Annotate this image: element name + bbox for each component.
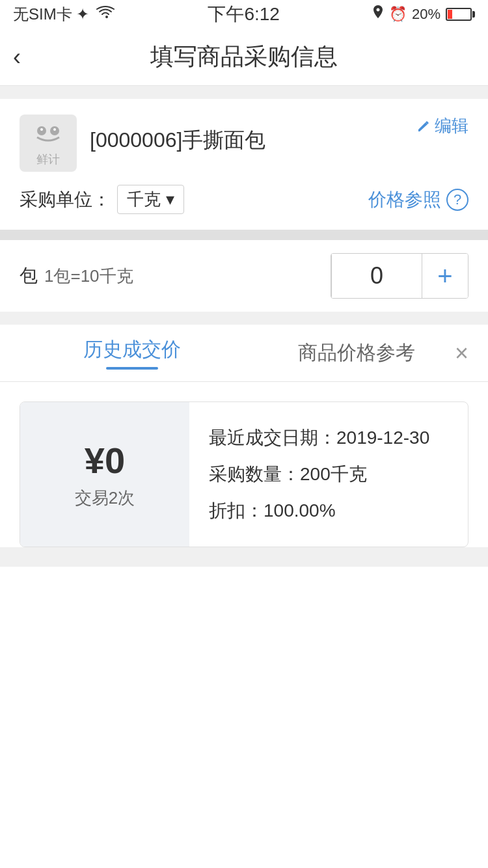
price-reference-button[interactable]: 价格参照 ? (368, 187, 468, 212)
wifi-icon (96, 5, 115, 23)
recent-date-line: 最近成交日期：2019-12-30 (209, 426, 448, 450)
recent-date-value: 2019-12-30 (336, 427, 429, 448)
page-title: 填写商品采购信息 (150, 41, 338, 73)
svg-point-3 (53, 128, 56, 131)
history-card: ¥0 交易2次 最近成交日期：2019-12-30 采购数量：200千克 折扣：… (20, 401, 468, 547)
panel-close-button[interactable]: × (455, 340, 468, 367)
status-time: 下午6:12 (208, 2, 280, 27)
unit-description: 包 1包=10千克 (20, 264, 133, 288)
quantity-input[interactable] (331, 254, 422, 298)
product-name: [0000006]手撕面包 (90, 126, 265, 155)
bottom-whitespace (0, 567, 488, 868)
purchase-unit-row: 采购单位： 千克 ▾ 价格参照 ? (20, 185, 468, 214)
back-icon: ‹ (13, 44, 21, 71)
discount-line: 折扣：100.00% (209, 498, 448, 523)
back-button[interactable]: ‹ (13, 44, 21, 71)
nav-bar: ‹ 填写商品采购信息 (0, 29, 488, 86)
edit-label: 编辑 (435, 115, 468, 137)
purchase-qty-line: 采购数量：200千克 (209, 462, 448, 487)
carrier-label: 无SIM卡 ✦ (13, 4, 89, 25)
purchase-qty-value: 200千克 (300, 464, 367, 484)
trade-count: 交易2次 (75, 487, 135, 509)
history-price-value: ¥0 (85, 439, 125, 481)
purchase-qty-label: 采购数量： (209, 464, 300, 484)
quantity-row: 包 1包=10千克 + (0, 240, 488, 312)
history-detail-right: 最近成交日期：2019-12-30 采购数量：200千克 折扣：100.00% (189, 402, 468, 547)
price-ref-help-icon: ? (446, 189, 468, 211)
location-icon (372, 5, 384, 23)
unit-label: 采购单位： (20, 187, 111, 212)
price-ref-label: 价格参照 (368, 187, 441, 212)
tab-bar: 历史成交价 商品价格参考 × (0, 325, 488, 382)
product-card: 鲜计 [0000006]手撕面包 编辑 采购单位： 千克 ▾ 价格参照 ? (0, 99, 488, 230)
unit-conversion: 1包=10千克 (44, 265, 133, 288)
product-thumbnail: 鲜计 (20, 115, 77, 172)
tab-product-price-label: 商品价格参考 (298, 340, 415, 366)
dropdown-arrow-icon: ▾ (166, 189, 174, 210)
discount-label: 折扣： (209, 500, 264, 521)
section-divider (0, 230, 488, 240)
status-left: 无SIM卡 ✦ (13, 4, 115, 25)
recent-date-label: 最近成交日期： (209, 427, 336, 448)
alarm-icon: ⏰ (389, 6, 407, 23)
tab-active-underline (106, 367, 158, 370)
svg-point-2 (40, 128, 43, 131)
price-number: 0 (105, 440, 125, 481)
product-left: 鲜计 [0000006]手撕面包 (20, 115, 265, 172)
currency-symbol: ¥ (85, 440, 105, 481)
edit-button[interactable]: 编辑 (416, 115, 468, 137)
discount-value: 100.00% (264, 500, 336, 521)
quantity-plus-button[interactable]: + (422, 254, 468, 298)
battery-icon (446, 8, 475, 21)
tab-history-label: 历史成交价 (83, 336, 181, 363)
product-info: [0000006]手撕面包 (90, 126, 265, 160)
battery-percent: 20% (412, 6, 441, 23)
product-header: 鲜计 [0000006]手撕面包 编辑 (20, 115, 468, 172)
unit-value: 千克 (127, 188, 161, 211)
tab-product-price-ref[interactable]: 商品价格参考 (244, 325, 468, 381)
tab-history-price[interactable]: 历史成交价 (20, 325, 244, 381)
history-price-left: ¥0 交易2次 (20, 402, 189, 547)
status-right: ⏰ 20% (372, 5, 475, 23)
status-bar: 无SIM卡 ✦ 下午6:12 ⏰ 20% (0, 0, 488, 29)
unit-icon-label: 包 (20, 264, 38, 288)
unit-selector: 采购单位： 千克 ▾ (20, 185, 184, 214)
price-panel: 历史成交价 商品价格参考 × ¥0 交易2次 最近成交日期：2019-12-30… (0, 325, 488, 547)
unit-dropdown[interactable]: 千克 ▾ (117, 185, 184, 214)
quantity-control: + (331, 253, 468, 299)
